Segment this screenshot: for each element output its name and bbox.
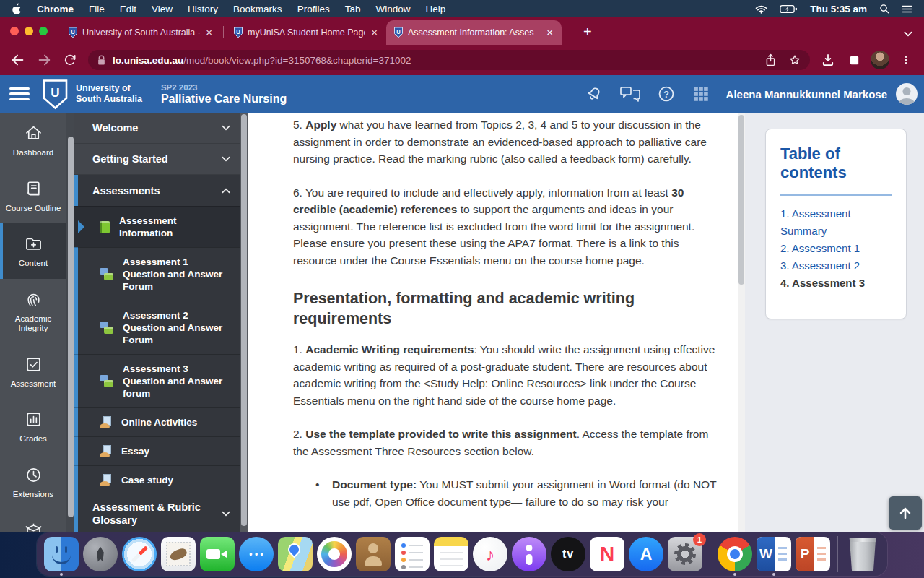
toc-link-4-assessment-3[interactable]: 4. Assessment 3 xyxy=(780,275,892,292)
dock-launchpad-icon[interactable] xyxy=(83,537,118,571)
menu-item-essay[interactable]: Essay xyxy=(74,436,240,465)
menu-item-tab[interactable]: Tab xyxy=(345,4,361,14)
dock-facetime-icon[interactable] xyxy=(200,537,235,571)
scroll-to-top-button[interactable] xyxy=(889,496,922,530)
menu-item-chrome[interactable]: Chrome xyxy=(37,4,74,14)
lock-icon xyxy=(97,55,106,66)
browser-tab-1[interactable]: UUniversity of South Australia -× xyxy=(61,20,221,45)
menu-item-online-activities[interactable]: Online Activities xyxy=(74,407,240,436)
tab-close-icon[interactable]: × xyxy=(204,28,214,37)
apps-grid-icon[interactable] xyxy=(692,85,710,103)
messages-bubbles-icon[interactable] xyxy=(619,85,641,103)
menu-section-getting-started[interactable]: Getting Started xyxy=(74,144,240,175)
menu-section-assessment-rubric-glossary[interactable]: Assessment & Rubric Glossary xyxy=(74,494,240,532)
side-panel-button[interactable] xyxy=(843,49,865,71)
zoom-window-button[interactable] xyxy=(39,27,48,35)
toc-link-1-assessment-summary[interactable]: 1. Assessment Summary xyxy=(780,205,892,240)
tab-close-icon[interactable]: × xyxy=(544,28,555,37)
close-window-button[interactable] xyxy=(10,27,19,35)
menu-item-window[interactable]: Window xyxy=(375,4,410,14)
menu-item-assessment-information[interactable]: Assessment Information xyxy=(74,206,240,247)
dock-trash-icon[interactable] xyxy=(845,537,880,571)
spotlight-search-icon[interactable] xyxy=(879,4,889,14)
dock-mail-icon[interactable] xyxy=(161,537,196,571)
sidebar-item-resources[interactable]: Resources xyxy=(0,509,66,532)
downloads-button[interactable] xyxy=(817,49,839,71)
menu-item-assessment-3-question-and-answer-forum[interactable]: Assessment 3 Question and Answer forum xyxy=(74,354,240,407)
rail-scrollbar-thumb[interactable] xyxy=(68,137,74,517)
share-icon[interactable] xyxy=(764,53,777,67)
dock-appletv-icon[interactable] xyxy=(551,537,585,571)
battery-icon[interactable] xyxy=(780,4,798,14)
sidebar-item-dashboard[interactable]: Dashboard xyxy=(0,113,66,168)
menu-item-help[interactable]: Help xyxy=(425,4,445,14)
dock-settings-icon[interactable]: 1 xyxy=(668,537,702,571)
dock-appstore-icon[interactable] xyxy=(629,537,663,571)
menu-item-file[interactable]: File xyxy=(89,4,105,14)
dock-messages-icon[interactable] xyxy=(239,537,274,571)
chevron-down-icon xyxy=(222,511,230,517)
user-avatar[interactable] xyxy=(896,83,918,105)
browser-tab-3[interactable]: UAssessment Information: Asses× xyxy=(386,20,562,45)
dock-maps-icon[interactable] xyxy=(278,537,313,571)
apple-menu-icon[interactable] xyxy=(12,3,22,15)
sidebar-item-academic-integrity[interactable]: Academic Integrity xyxy=(0,279,66,344)
dock-notes-icon[interactable] xyxy=(434,537,468,571)
unisa-logo[interactable]: U xyxy=(42,79,69,110)
toc-link-3-assessment-2[interactable]: 3. Assessment 2 xyxy=(780,257,892,275)
dock-powerpoint-icon[interactable] xyxy=(796,537,830,571)
tab-search-chevron-icon[interactable] xyxy=(904,31,912,37)
menu-item-case-study[interactable]: Case study xyxy=(74,465,240,494)
menu-section-assessments[interactable]: Assessments xyxy=(74,175,240,206)
forward-button[interactable] xyxy=(33,49,55,71)
dock-finder-icon[interactable] xyxy=(44,537,79,571)
tab-title: University of South Australia - xyxy=(82,27,200,38)
sidebar-item-course-outline[interactable]: Course Outline xyxy=(0,168,66,224)
dock-word-icon[interactable] xyxy=(757,537,791,571)
toc-link-2-assessment-1[interactable]: 2. Assessment 1 xyxy=(780,240,892,257)
new-tab-button[interactable]: + xyxy=(583,25,592,39)
dock-contacts-icon[interactable] xyxy=(356,537,391,571)
reload-button[interactable] xyxy=(59,49,81,71)
back-button[interactable] xyxy=(7,49,29,71)
user-name[interactable]: Aleena Mannukkunnel Markose xyxy=(726,88,887,100)
menu-item-assessment-1-question-and-answer-forum[interactable]: Assessment 1 Question and Answer Forum xyxy=(74,247,240,301)
control-center-icon[interactable] xyxy=(902,4,912,14)
bookmark-star-icon[interactable] xyxy=(788,53,801,66)
menu-item-profiles[interactable]: Profiles xyxy=(297,4,330,14)
menu-item-edit[interactable]: Edit xyxy=(120,4,136,14)
content-scrollbar[interactable] xyxy=(738,113,745,532)
menu-item-bookmarks[interactable]: Bookmarks xyxy=(233,4,282,14)
browser-tab-2[interactable]: UmyUniSA Student Home Page× xyxy=(226,20,386,45)
rail-scrollbar[interactable] xyxy=(66,113,74,532)
dock-news-icon[interactable] xyxy=(590,537,624,571)
sidebar-scrollbar[interactable] xyxy=(240,113,248,532)
sidebar-item-extensions[interactable]: Extensions xyxy=(0,454,66,510)
dock-podcasts-icon[interactable] xyxy=(512,537,546,571)
content-scrollbar-thumb[interactable] xyxy=(738,115,744,285)
dock-chrome-icon[interactable] xyxy=(718,537,752,571)
menu-section-welcome[interactable]: Welcome xyxy=(74,113,240,144)
unisa-favicon: U xyxy=(67,27,79,38)
dock-music-icon[interactable] xyxy=(473,537,507,571)
menu-item-view[interactable]: View xyxy=(152,4,173,14)
minimize-window-button[interactable] xyxy=(25,27,33,35)
menu-bar-clock[interactable]: Thu 5:35 am xyxy=(810,4,867,14)
sidebar-item-assessment[interactable]: Assessment xyxy=(0,344,66,400)
menu-item-history[interactable]: History xyxy=(188,4,218,14)
address-bar[interactable]: lo.unisa.edu.au /mod/book/view.php?id=31… xyxy=(88,50,810,70)
chrome-menu-button[interactable] xyxy=(895,49,917,71)
sidebar-item-grades[interactable]: Grades xyxy=(0,399,66,454)
menu-item-assessment-2-question-and-answer-forum[interactable]: Assessment 2 Question and Answer Forum xyxy=(74,301,240,354)
dock-photos-icon[interactable] xyxy=(317,537,352,571)
notifications-bell-icon[interactable] xyxy=(585,85,603,103)
wifi-icon[interactable] xyxy=(755,4,767,14)
sidebar-scrollbar-thumb[interactable] xyxy=(241,114,247,526)
hamburger-menu-button[interactable] xyxy=(9,87,30,100)
profile-avatar[interactable] xyxy=(869,49,891,71)
tab-close-icon[interactable]: × xyxy=(369,28,380,37)
dock-reminders-icon[interactable] xyxy=(395,537,430,571)
sidebar-item-content[interactable]: Content xyxy=(0,223,66,279)
dock-safari-icon[interactable] xyxy=(122,537,157,571)
help-icon[interactable]: ? xyxy=(657,85,676,103)
